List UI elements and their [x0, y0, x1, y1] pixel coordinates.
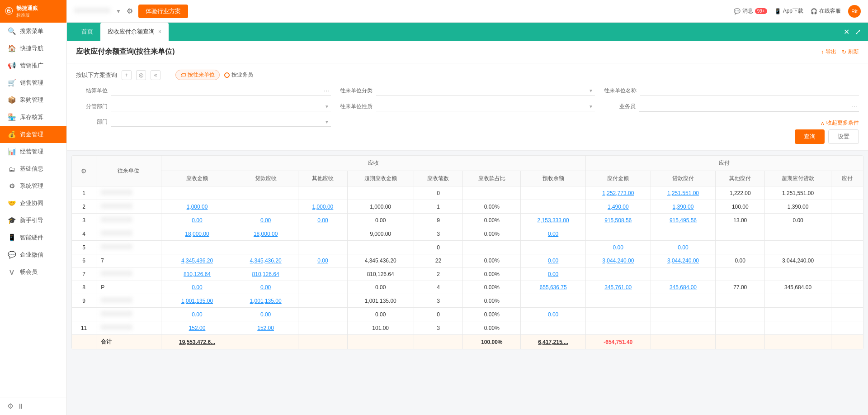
- row-ar-other[interactable]: 0.00: [298, 254, 347, 267]
- refresh-btn[interactable]: ↻ 刷新: [842, 48, 859, 56]
- salesperson-input[interactable]: [641, 103, 850, 110]
- row-ar-loan[interactable]: [233, 186, 298, 200]
- row-ap-amount[interactable]: 0.00: [585, 241, 651, 254]
- online-service-btn[interactable]: 🎧 在线客服: [811, 7, 841, 15]
- close-window-icon[interactable]: ✕: [844, 28, 849, 36]
- setting-btn[interactable]: 设置: [828, 129, 859, 144]
- branch-wrap[interactable]: ▼: [111, 102, 331, 111]
- row-ar-amount[interactable]: 0.00: [161, 308, 233, 321]
- row-ar-loan[interactable]: 18,000.00: [233, 227, 298, 241]
- settlement-input-wrap[interactable]: ···: [111, 86, 331, 96]
- row-ar-other[interactable]: [298, 241, 347, 254]
- sidebar-item-sales[interactable]: 🛒 销售管理: [0, 74, 66, 91]
- row-ar-loan[interactable]: 4,345,436.20: [233, 254, 298, 267]
- row-ap-loan[interactable]: 345,684.00: [651, 281, 716, 294]
- row-ar-prepay[interactable]: 0.00: [521, 227, 586, 241]
- row-ap-loan[interactable]: 0.00: [651, 241, 716, 254]
- row-ar-other[interactable]: 1,000.00: [298, 200, 347, 214]
- row-ar-loan[interactable]: [233, 241, 298, 254]
- sidebar-item-member[interactable]: V 畅会员: [0, 263, 66, 281]
- row-ar-loan[interactable]: 810,126.64: [233, 267, 298, 281]
- row-ap-amount[interactable]: [585, 308, 651, 321]
- row-ar-amount[interactable]: 1,000.00: [161, 200, 233, 214]
- row-ar-amount[interactable]: 152.00: [161, 321, 233, 335]
- dropdown-icon[interactable]: ▼: [116, 8, 121, 14]
- sidebar-item-nav[interactable]: 🏠 快捷导航: [0, 40, 66, 57]
- row-ar-amount[interactable]: 0.00: [161, 281, 233, 294]
- row-ap-loan[interactable]: [651, 267, 716, 281]
- row-ap-amount[interactable]: 1,490.00: [585, 200, 651, 214]
- row-ap-amount[interactable]: 345,761.00: [585, 281, 651, 294]
- sidebar-item-guide[interactable]: 🎓 新手引导: [0, 212, 66, 229]
- row-ar-other[interactable]: [298, 227, 347, 241]
- row-ap-loan[interactable]: 915,495.56: [651, 214, 716, 227]
- sidebar-item-collab[interactable]: 🤝 企业协同: [0, 195, 66, 212]
- sidebar-item-wechat[interactable]: 💬 企业微信: [0, 246, 66, 263]
- row-ar-loan[interactable]: 0.00: [233, 281, 298, 294]
- row-ap-loan[interactable]: 1,251,551.00: [651, 186, 716, 200]
- settings-footer-icon[interactable]: ⚙: [7, 402, 14, 410]
- target-icon-btn[interactable]: ◎: [136, 70, 146, 80]
- row-ar-prepay[interactable]: [521, 321, 586, 335]
- app-download-btn[interactable]: 📱 App下载: [774, 7, 803, 15]
- row-ap-loan[interactable]: [651, 321, 716, 335]
- tab-home[interactable]: 首页: [74, 23, 100, 41]
- arrow-left-btn[interactable]: «: [151, 70, 160, 80]
- row-ap-loan[interactable]: [651, 227, 716, 241]
- row-ap-amount[interactable]: [585, 321, 651, 335]
- user-avatar[interactable]: Rit: [848, 5, 861, 18]
- row-ar-other[interactable]: [298, 281, 347, 294]
- row-ar-prepay[interactable]: 0.00: [521, 267, 586, 281]
- export-btn[interactable]: ↑ 导出: [821, 48, 836, 56]
- row-ar-loan[interactable]: [233, 200, 298, 214]
- row-ar-amount[interactable]: 4,345,436.20: [161, 254, 233, 267]
- sidebar-item-system[interactable]: ⚙ 系统管理: [0, 177, 66, 195]
- partner-nature-wrap[interactable]: ▼: [376, 102, 595, 111]
- row-ar-other[interactable]: 0.00: [298, 214, 347, 227]
- row-ar-amount[interactable]: 810,126.64: [161, 267, 233, 281]
- sidebar-item-basic-info[interactable]: 🗂 基础信息: [0, 160, 66, 177]
- row-ar-other[interactable]: [298, 294, 347, 308]
- filter-option-by-sales[interactable]: 按业务员: [224, 71, 253, 79]
- row-ap-amount[interactable]: 3,044,240.00: [585, 254, 651, 267]
- branch-input[interactable]: [113, 103, 323, 110]
- row-ar-other[interactable]: [298, 267, 347, 281]
- row-ar-prepay[interactable]: [521, 294, 586, 308]
- sidebar-item-purchase[interactable]: 📦 采购管理: [0, 91, 66, 109]
- total-ar-amount[interactable]: 19,553,472.6...: [161, 335, 233, 349]
- partner-name-wrap[interactable]: [640, 86, 859, 95]
- row-ap-amount[interactable]: 1,252,773.00: [585, 186, 651, 200]
- filter-scheme-by-partner[interactable]: 🏷 按往来单位: [175, 70, 220, 80]
- trial-btn[interactable]: 体验行业方案: [138, 5, 188, 18]
- collapse-btn[interactable]: ∧ 收起更多条件: [821, 119, 859, 127]
- maximize-icon[interactable]: ⤢: [855, 28, 861, 36]
- sidebar-item-hardware[interactable]: 📱 智能硬件: [0, 229, 66, 246]
- row-ar-amount[interactable]: 0.00: [161, 214, 233, 227]
- row-ap-loan[interactable]: 1,390.00: [651, 200, 716, 214]
- row-ar-amount[interactable]: 1,001,135.00: [161, 294, 233, 308]
- collapse-icon[interactable]: ⏸: [17, 402, 24, 410]
- sidebar-item-management[interactable]: 📊 经营管理: [0, 143, 66, 160]
- messages-btn[interactable]: 💬 消息 99+: [734, 7, 767, 15]
- row-ap-amount[interactable]: [585, 227, 651, 241]
- row-ar-prepay[interactable]: [521, 200, 586, 214]
- dept-input[interactable]: [113, 119, 323, 125]
- row-ar-loan[interactable]: 1,001,135.00: [233, 294, 298, 308]
- salesperson-dots[interactable]: ···: [852, 103, 857, 110]
- row-ar-other[interactable]: [298, 321, 347, 335]
- row-ar-other[interactable]: [298, 308, 347, 321]
- query-btn[interactable]: 查询: [795, 129, 825, 144]
- sidebar-item-inventory[interactable]: 🏪 库存核算: [0, 109, 66, 126]
- tab-close-btn[interactable]: ×: [158, 29, 161, 35]
- sidebar-item-search[interactable]: 🔍 搜索菜单: [0, 23, 66, 40]
- row-ap-amount[interactable]: 915,508.56: [585, 214, 651, 227]
- row-ar-loan[interactable]: 0.00: [233, 214, 298, 227]
- row-ar-prepay[interactable]: [521, 186, 586, 200]
- partner-cat-wrap[interactable]: ▼: [376, 86, 595, 95]
- sidebar-item-finance[interactable]: 💰 资金管理: [0, 126, 66, 143]
- row-ar-amount[interactable]: [161, 241, 233, 254]
- row-ap-amount[interactable]: [585, 294, 651, 308]
- row-ar-loan[interactable]: 152.00: [233, 321, 298, 335]
- total-ar-prepay[interactable]: 6,417,215....: [521, 335, 586, 349]
- dept-wrap[interactable]: ▼: [111, 117, 331, 127]
